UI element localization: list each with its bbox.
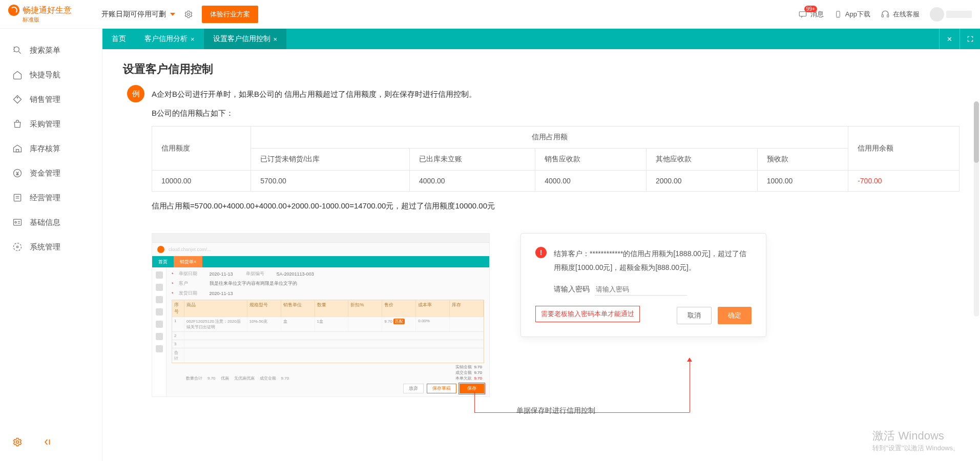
bag-icon	[12, 119, 23, 129]
sidebar-item-business[interactable]: 经营管理	[0, 185, 102, 210]
embedded-screenshot: cloud.chanjet.com/... 首页 销货单 ×	[152, 233, 490, 397]
main-area: 首页 客户信用分析 × 设置客户信用控制 × ✕ 设置客户信用控制	[102, 29, 980, 461]
illustration-row: cloud.chanjet.com/... 首页 销货单 ×	[152, 233, 960, 397]
mini-abandon-button: 放弃	[403, 384, 424, 393]
close-icon[interactable]: ×	[191, 35, 195, 43]
example-badge: 例	[127, 85, 144, 102]
tag-icon	[12, 94, 23, 104]
svg-rect-14	[14, 194, 20, 201]
credit-control-dialog: ! 结算客户：************的信用占用额为[1888.00元]，超过了…	[520, 233, 766, 337]
svg-point-0	[187, 13, 190, 15]
user-avatar[interactable]	[930, 7, 972, 22]
th-credit-limit: 信用额度	[152, 127, 251, 171]
mini-tab-home: 首页	[152, 256, 174, 267]
password-hint: 需要老板输入密码本单才能通过	[535, 306, 640, 322]
sidebar-item-basic[interactable]: 基础信息	[0, 210, 102, 235]
svg-rect-1	[799, 11, 806, 16]
tab-close-all-icon[interactable]: ✕	[939, 29, 960, 49]
system-icon	[12, 242, 23, 252]
sidebar-item-sales[interactable]: 销售管理	[0, 87, 102, 112]
sidebar-collapse-icon[interactable]	[43, 437, 53, 449]
headset-icon	[881, 10, 890, 19]
brand-edition: 标准版	[23, 16, 39, 24]
svg-rect-12	[16, 150, 19, 152]
experience-industry-button[interactable]: 体验行业方案	[202, 6, 258, 23]
svg-point-18	[15, 221, 16, 223]
tab-credit-control-setting[interactable]: 设置客户信用控制 ×	[204, 29, 287, 49]
sidebar-item-inventory[interactable]: 库存核算	[0, 136, 102, 161]
page-title: 设置客户信用控制	[123, 61, 960, 77]
svg-point-11	[17, 97, 18, 98]
th-credit-balance: 信用用余额	[848, 127, 960, 171]
example-paragraph-2: B公司的信用额占如下：	[152, 106, 960, 120]
tab-home[interactable]: 首页	[102, 29, 135, 49]
online-service-link[interactable]: 在线客服	[881, 10, 920, 19]
example-paragraph-1: A企对B公司进行开单时，如果B公司的 信用占用额超过了信用额度，则在保存时进行信…	[152, 87, 960, 101]
money-icon	[12, 168, 23, 178]
account-date-select[interactable]: 开账日期可停用可删	[101, 10, 175, 19]
password-label: 请输入密码	[554, 285, 590, 294]
th-advance: 预收款	[757, 149, 848, 171]
avatar-icon	[930, 7, 944, 22]
home-icon	[12, 70, 23, 80]
mini-save-button: 保存	[460, 384, 484, 393]
dialog-message: 结算客户：************的信用占用额为[1888.00元]，超过了信用…	[554, 247, 752, 274]
warning-icon: !	[535, 247, 547, 258]
svg-rect-5	[887, 14, 889, 17]
tab-credit-analysis[interactable]: 客户信用分析 ×	[135, 29, 204, 49]
th-other-receivable: 其他应收款	[646, 149, 757, 171]
tabbar: 首页 客户信用分析 × 设置客户信用控制 × ✕	[102, 29, 980, 49]
sidebar-item-quicknav[interactable]: 快捷导航	[0, 62, 102, 87]
brand-name: 畅捷通好生意	[23, 5, 72, 16]
report-icon	[12, 193, 23, 203]
svg-rect-4	[882, 14, 883, 17]
messages-badge: 99+	[804, 6, 817, 12]
th-ordered-unshipped: 已订货未销货/出库	[251, 149, 410, 171]
chevron-down-icon	[170, 13, 175, 16]
page-content: 设置客户信用控制 例 A企对B公司进行开单时，如果B公司的 信用占用额超过了信用…	[102, 49, 980, 461]
svg-point-21	[14, 243, 22, 251]
connector-line	[690, 361, 690, 412]
card-icon	[12, 217, 23, 227]
sidebar-item-search[interactable]: 搜索菜单	[0, 38, 102, 62]
tab-fullscreen-icon[interactable]	[960, 29, 980, 49]
avatar-name-placeholder	[946, 11, 972, 18]
scrollbar-thumb[interactable]	[974, 101, 979, 163]
sidebar-item-system[interactable]: 系统管理	[0, 235, 102, 259]
sidebar-settings-icon[interactable]	[12, 437, 23, 449]
svg-line-7	[19, 52, 21, 54]
th-credit-used: 信用占用额	[251, 127, 848, 149]
search-icon	[12, 45, 23, 55]
sidebar: 搜索菜单 快捷导航 销售管理 采购管理 库存核算 资金管理	[0, 29, 102, 461]
mobile-icon	[834, 10, 842, 18]
arrow-up-icon	[687, 358, 692, 362]
svg-point-23	[16, 441, 19, 444]
cancel-button[interactable]: 取消	[677, 307, 712, 324]
th-shipped-unbilled: 已出库未立账	[410, 149, 535, 171]
svg-point-22	[16, 246, 18, 247]
account-date-label: 开账日期可停用可删	[101, 10, 166, 19]
mini-save-draft-button: 保存草稿	[427, 384, 456, 393]
table-row: 10000.00 5700.00 4000.00 4000.00 2000.00…	[152, 171, 960, 192]
sidebar-item-purchase[interactable]: 采购管理	[0, 112, 102, 136]
close-icon[interactable]: ×	[274, 35, 278, 43]
password-input[interactable]	[595, 283, 687, 296]
confirm-button[interactable]: 确定	[718, 307, 752, 324]
mini-tab-sales: 销货单 ×	[174, 256, 202, 267]
settings-gear-icon[interactable]	[181, 7, 196, 22]
illustration-caption: 单据保存时进行信用控制	[152, 406, 960, 415]
logo-block: 畅捷通好生意 标准版	[8, 5, 95, 24]
topbar-right: 99+ 消息 App下载 在线客服	[798, 7, 972, 22]
topbar: 畅捷通好生意 标准版 开账日期可停用可删 体验行业方案 99+ 消息 App下载	[0, 0, 980, 29]
svg-point-6	[14, 47, 19, 52]
formula-text: 信用占用额=5700.00+4000.00+4000.00+2000.00-10…	[152, 199, 960, 213]
mini-logo-icon	[157, 246, 164, 253]
th-sales-receivable: 销售应收款	[535, 149, 647, 171]
brand-logo-icon	[8, 5, 19, 16]
messages-link[interactable]: 99+ 消息	[798, 10, 824, 19]
sidebar-item-finance[interactable]: 资金管理	[0, 161, 102, 185]
credit-table: 信用额度 信用占用额 信用用余额 已订货未销货/出库 已出库未立账 销售应收款 …	[152, 126, 960, 192]
warehouse-icon	[12, 143, 23, 154]
app-download-link[interactable]: App下载	[834, 10, 870, 19]
